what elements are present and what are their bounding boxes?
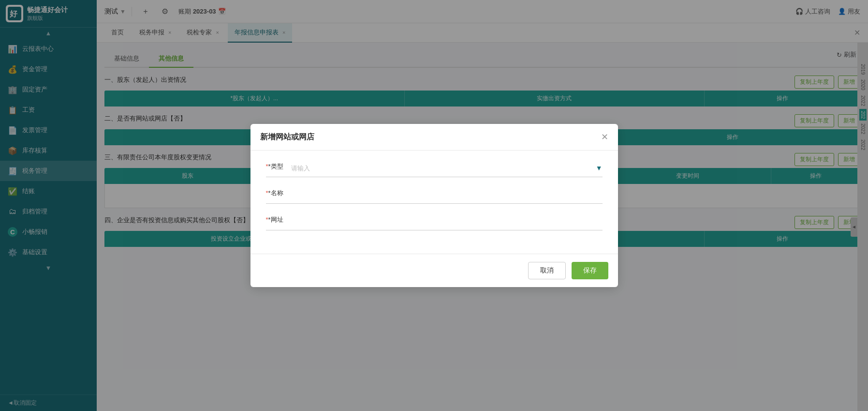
url-input[interactable]	[291, 217, 603, 226]
modal-overlay[interactable]: 新增网站或网店 ✕ **类型 ▼ **名称	[0, 0, 868, 411]
form-label-type: **类型	[266, 162, 283, 171]
form-row-url: **网址	[266, 215, 603, 230]
modal-footer: 取消 保存	[250, 254, 618, 287]
form-row-name: **名称	[266, 189, 603, 204]
save-button[interactable]: 保存	[572, 262, 608, 279]
form-field-name: **名称	[266, 189, 603, 204]
form-row-type: **类型 ▼	[266, 162, 603, 177]
modal-title: 新增网站或网店	[260, 132, 314, 142]
form-label-url: **网址	[266, 215, 283, 224]
type-input[interactable]	[291, 164, 592, 173]
modal-close-button[interactable]: ✕	[601, 132, 608, 142]
modal-add-website: 新增网站或网店 ✕ **类型 ▼ **名称	[250, 124, 618, 287]
name-input[interactable]	[291, 190, 603, 199]
form-label-name: **名称	[266, 189, 283, 198]
modal-body: **类型 ▼ **名称 **网址	[250, 151, 618, 254]
modal-header: 新增网站或网店 ✕	[250, 124, 618, 151]
form-field-type: **类型 ▼	[266, 162, 603, 177]
type-dropdown-icon[interactable]: ▼	[596, 164, 603, 172]
form-field-url: **网址	[266, 215, 603, 230]
cancel-button[interactable]: 取消	[528, 262, 566, 279]
